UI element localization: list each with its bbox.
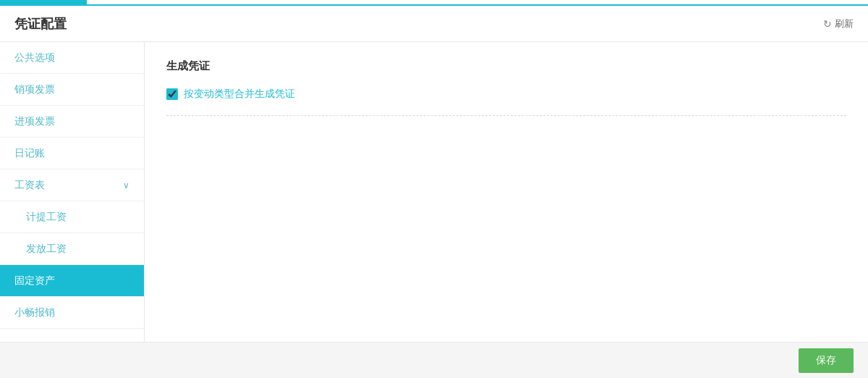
sidebar-item-expense-report[interactable]: 小畅报销 <box>0 297 144 329</box>
section-title: 生成凭证 <box>166 59 846 73</box>
sidebar: 公共选项销项发票进项发票日记账工资表∨计提工资发放工资固定资产小畅报销 <box>0 42 145 342</box>
merge-checkbox-label[interactable]: 按变动类型合并生成凭证 <box>184 88 295 101</box>
section-divider <box>166 115 846 116</box>
checkbox-row: 按变动类型合并生成凭证 <box>166 88 846 101</box>
merge-checkbox[interactable] <box>166 88 178 100</box>
page-header: 凭证配置 ↻ 刷新 <box>0 6 868 42</box>
sidebar-item-public-options[interactable]: 公共选项 <box>0 42 144 74</box>
sidebar-item-sales-invoice[interactable]: 销项发票 <box>0 74 144 106</box>
refresh-icon: ↻ <box>823 18 832 30</box>
sidebar-item-payroll[interactable]: 工资表∨ <box>0 169 144 201</box>
page-wrapper: 凭证配置 ↻ 刷新 公共选项销项发票进项发票日记账工资表∨计提工资发放工资固定资… <box>0 0 868 378</box>
sidebar-label-accrued-salary: 计提工资 <box>26 211 67 224</box>
sidebar-item-accrued-salary[interactable]: 计提工资 <box>0 201 144 233</box>
sidebar-label-purchase-invoice: 进项发票 <box>14 115 55 128</box>
body-layout: 公共选项销项发票进项发票日记账工资表∨计提工资发放工资固定资产小畅报销 生成凭证… <box>0 42 868 342</box>
sidebar-label-public-options: 公共选项 <box>14 51 55 64</box>
sidebar-item-fixed-assets[interactable]: 固定资产 <box>0 265 144 297</box>
sidebar-label-journal: 日记账 <box>14 147 45 160</box>
sidebar-label-fixed-assets: 固定资产 <box>14 274 55 287</box>
sidebar-label-sales-invoice: 销项发票 <box>14 83 55 96</box>
sidebar-label-expense-report: 小畅报销 <box>14 306 55 319</box>
main-content: 生成凭证 按变动类型合并生成凭证 <box>145 42 868 342</box>
top-tab-bar <box>0 0 868 6</box>
sidebar-item-pay-salary[interactable]: 发放工资 <box>0 233 144 265</box>
active-tab-indicator <box>0 0 87 4</box>
sidebar-item-purchase-invoice[interactable]: 进项发票 <box>0 106 144 138</box>
refresh-label: 刷新 <box>835 17 854 30</box>
sidebar-item-journal[interactable]: 日记账 <box>0 138 144 169</box>
save-button[interactable]: 保存 <box>799 348 854 373</box>
page-footer: 保存 <box>0 342 868 378</box>
sidebar-label-payroll: 工资表 <box>14 179 45 192</box>
sidebar-label-pay-salary: 发放工资 <box>26 243 67 256</box>
page-title: 凭证配置 <box>14 15 67 33</box>
chevron-down-icon: ∨ <box>123 180 129 190</box>
refresh-button[interactable]: ↻ 刷新 <box>823 17 854 30</box>
